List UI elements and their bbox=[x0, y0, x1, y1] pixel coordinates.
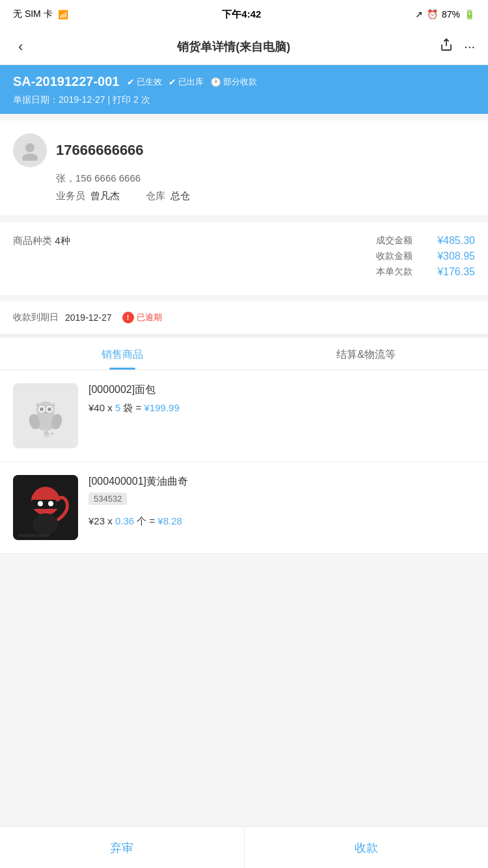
status-tag-2: ✔ 已出库 bbox=[169, 76, 204, 88]
more-button[interactable]: ··· bbox=[464, 39, 475, 54]
bottom-bar: 弃审 收款 bbox=[0, 826, 488, 868]
time-display: 下午4:42 bbox=[222, 8, 261, 21]
product-list: 鱼+ [0000002]面包 ¥40 x 5 袋 = ¥199.99 bbox=[0, 370, 488, 554]
debt-amount-label: 本单欠款 bbox=[376, 266, 413, 278]
clock-icon: 🕐 bbox=[210, 77, 221, 87]
order-id: SA-20191227-001 bbox=[13, 74, 119, 89]
debt-amount-row: 本单欠款 ¥176.35 bbox=[376, 266, 475, 278]
sales-person-item: 业务员 曾凡杰 bbox=[56, 190, 120, 202]
product-total-1: ¥199.99 bbox=[144, 402, 180, 413]
battery-icon: 🔋 bbox=[464, 9, 475, 20]
carrier-label: 无 SIM 卡 bbox=[13, 8, 53, 20]
product-total-2: ¥8.28 bbox=[157, 515, 182, 526]
check-icon-1: ✔ bbox=[127, 77, 135, 87]
received-amount-row: 收款金额 ¥308.95 bbox=[376, 251, 475, 262]
deal-amount-row: 成交金额 ¥485.30 bbox=[376, 235, 475, 247]
svg-point-7 bbox=[40, 407, 44, 411]
svg-point-20 bbox=[33, 513, 59, 534]
tab-settlement[interactable]: 结算&物流等 bbox=[244, 338, 488, 370]
deal-amount-label: 成交金额 bbox=[376, 235, 413, 247]
status-tag-3: 🕐 部分收款 bbox=[210, 76, 257, 88]
svg-point-19 bbox=[48, 501, 53, 506]
alarm-icon: ⏰ bbox=[427, 9, 438, 20]
due-date-value: 2019-12-27 bbox=[65, 312, 112, 323]
product-name-1: [0000002]面包 bbox=[88, 383, 475, 397]
abandon-review-button[interactable]: 弃审 bbox=[0, 827, 245, 868]
share-button[interactable] bbox=[439, 38, 454, 55]
overdue-badge: ! 已逾期 bbox=[122, 312, 162, 323]
check-icon-2: ✔ bbox=[169, 77, 176, 87]
banner-row1: SA-20191227-001 ✔ 已生效 ✔ 已出库 🕐 部分收款 bbox=[13, 74, 475, 89]
due-date-label: 收款到期日 bbox=[13, 312, 59, 323]
deal-amount-value: ¥485.30 bbox=[423, 235, 475, 247]
battery-label: 87% bbox=[442, 9, 460, 20]
svg-rect-17 bbox=[31, 500, 60, 509]
summary-section: 商品种类 4种 成交金额 ¥485.30 收款金额 ¥308.95 本单欠款 ¥… bbox=[0, 222, 488, 295]
product-price-2: ¥23 x 0.36 个 = ¥8.28 bbox=[88, 515, 475, 528]
product-count-info: 商品种类 4种 bbox=[13, 235, 70, 247]
status-left: 无 SIM 卡 📶 bbox=[13, 8, 68, 20]
location-icon: ↗ bbox=[415, 9, 423, 20]
status-tags: ✔ 已生效 ✔ 已出库 🕐 部分收款 bbox=[127, 76, 257, 88]
avatar bbox=[13, 133, 47, 167]
received-amount-label: 收款金额 bbox=[376, 251, 413, 262]
product-image-2: smashed whale bbox=[13, 475, 78, 540]
wifi-icon: 📶 bbox=[58, 10, 68, 20]
status-tag-1: ✔ 已生效 bbox=[127, 76, 162, 88]
svg-text:smashed whale: smashed whale bbox=[18, 533, 50, 537]
customer-name: 张，156 6666 6666 bbox=[13, 172, 475, 185]
product-name-2: [000400001]黄油曲奇 bbox=[88, 475, 475, 489]
page-title: 销货单详情(来自电脑) bbox=[177, 39, 290, 55]
svg-text:鱼+: 鱼+ bbox=[44, 430, 54, 437]
status-bar: 无 SIM 卡 📶 下午4:42 ↗ ⏰ 87% 🔋 bbox=[0, 0, 488, 29]
customer-meta: 业务员 曾凡杰 仓库 总仓 bbox=[13, 190, 475, 202]
list-item: smashed whale [000400001]黄油曲奇 534532 ¥23… bbox=[0, 462, 488, 554]
doc-date: 单据日期：2019-12-27 | 打印 2 次 bbox=[13, 94, 475, 106]
product-info-1: [0000002]面包 ¥40 x 5 袋 = ¥199.99 bbox=[88, 383, 475, 414]
warehouse-label: 仓库 bbox=[146, 190, 165, 202]
nav-actions: ··· bbox=[439, 38, 475, 55]
product-image-1: 鱼+ bbox=[13, 383, 78, 448]
overdue-icon: ! bbox=[122, 312, 134, 323]
received-amount-value: ¥308.95 bbox=[423, 251, 475, 262]
svg-point-8 bbox=[47, 407, 51, 411]
product-info-2: [000400001]黄油曲奇 534532 ¥23 x 0.36 个 = ¥8… bbox=[88, 475, 475, 528]
customer-phone: 17666666666 bbox=[56, 142, 144, 159]
customer-section: 17666666666 张，156 6666 6666 业务员 曾凡杰 仓库 总… bbox=[0, 120, 488, 215]
nav-bar: ‹ 销货单详情(来自电脑) ··· bbox=[0, 29, 488, 65]
debt-amount-value: ¥176.35 bbox=[423, 266, 475, 278]
svg-point-1 bbox=[22, 154, 38, 161]
tab-sales-products[interactable]: 销售商品 bbox=[0, 338, 244, 370]
svg-point-0 bbox=[25, 143, 34, 152]
svg-point-18 bbox=[38, 501, 43, 506]
sales-person-value: 曾凡杰 bbox=[90, 190, 120, 202]
list-item: 鱼+ [0000002]面包 ¥40 x 5 袋 = ¥199.99 bbox=[0, 370, 488, 462]
warehouse-item: 仓库 总仓 bbox=[146, 190, 190, 202]
collect-payment-button[interactable]: 收款 bbox=[245, 827, 489, 868]
header-banner: SA-20191227-001 ✔ 已生效 ✔ 已出库 🕐 部分收款 单据日期：… bbox=[0, 65, 488, 114]
warehouse-value: 总仓 bbox=[170, 190, 190, 202]
back-button[interactable]: ‹ bbox=[13, 36, 28, 58]
product-count-label: 商品种类 bbox=[13, 235, 52, 246]
product-batch-2: 534532 bbox=[88, 493, 127, 505]
product-price-1: ¥40 x 5 袋 = ¥199.99 bbox=[88, 402, 475, 414]
tabs-section: 销售商品 结算&物流等 bbox=[0, 338, 488, 370]
sales-person-label: 业务员 bbox=[56, 190, 85, 202]
customer-row: 17666666666 bbox=[13, 133, 475, 167]
overdue-text: 已逾期 bbox=[137, 312, 162, 323]
status-right: ↗ ⏰ 87% 🔋 bbox=[415, 9, 475, 20]
product-count-number: 4种 bbox=[55, 235, 70, 246]
due-date-section: 收款到期日 2019-12-27 ! 已逾期 bbox=[0, 301, 488, 338]
amount-info: 成交金额 ¥485.30 收款金额 ¥308.95 本单欠款 ¥176.35 bbox=[376, 235, 475, 282]
